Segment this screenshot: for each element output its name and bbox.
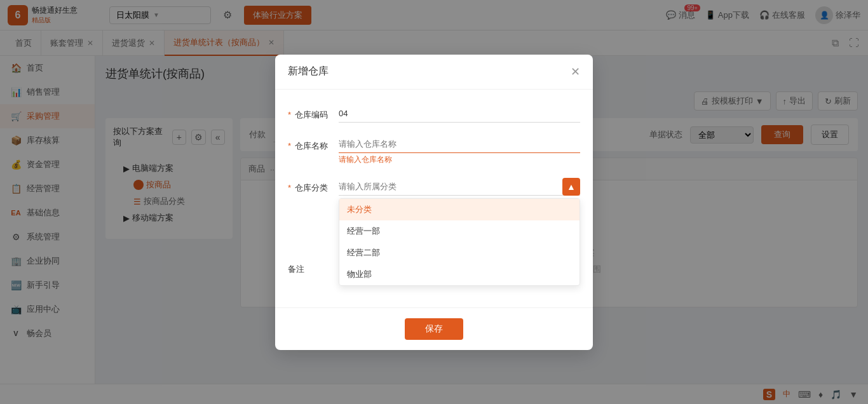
- category-select-wrapper: ▲: [339, 178, 580, 196]
- code-input[interactable]: [339, 105, 580, 123]
- modal-close-button[interactable]: ✕: [571, 65, 580, 79]
- dropdown-item-none[interactable]: 未分类: [339, 199, 580, 220]
- modal-title: 新增仓库: [288, 65, 329, 78]
- modal-footer: 保存: [275, 307, 593, 350]
- name-label: * 仓库名称: [288, 136, 339, 152]
- name-error-msg: 请输入仓库名称: [339, 154, 392, 165]
- category-input[interactable]: [339, 178, 580, 196]
- category-toggle-button[interactable]: ▲: [562, 178, 580, 196]
- new-warehouse-modal: 新增仓库 ✕ * 仓库编码 * 仓库名称: [275, 55, 593, 350]
- dropdown-item-op2[interactable]: 经营二部: [339, 242, 580, 264]
- remark-label: 备注: [288, 259, 339, 275]
- modal-header: 新增仓库 ✕: [275, 55, 593, 90]
- modal-body: * 仓库编码 * 仓库名称 请输入仓库名称 *: [275, 90, 593, 307]
- chevron-up-icon: ▲: [567, 182, 576, 192]
- save-button[interactable]: 保存: [405, 318, 463, 340]
- code-field-row: * 仓库编码: [288, 105, 580, 123]
- dropdown-item-op1[interactable]: 经营一部: [339, 220, 580, 242]
- category-field-row: * 仓库分类 ▲ 未分类 经营一部 经营二部 物业部: [288, 178, 580, 196]
- modal-overlay: 新增仓库 ✕ * 仓库编码 * 仓库名称: [0, 0, 868, 404]
- warehouse-name-input[interactable]: [339, 135, 580, 153]
- name-field-row: * 仓库名称 请输入仓库名称: [288, 135, 580, 165]
- category-label: * 仓库分类: [288, 178, 339, 194]
- category-dropdown: 未分类 经营一部 经营二部 物业部: [339, 198, 580, 286]
- dropdown-item-op3[interactable]: 物业部: [339, 264, 580, 285]
- code-label: * 仓库编码: [288, 105, 339, 121]
